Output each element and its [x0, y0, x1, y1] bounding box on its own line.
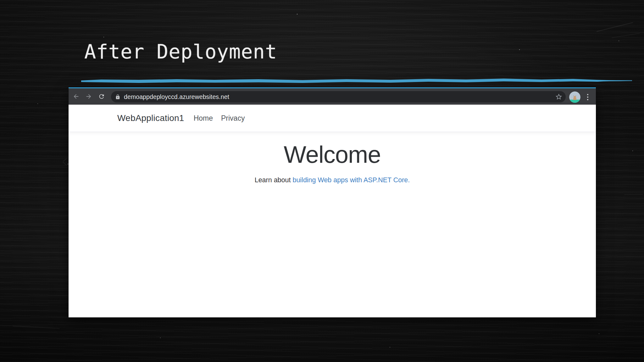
profile-avatar[interactable] [569, 91, 580, 103]
padlock-icon [115, 94, 120, 100]
back-button[interactable] [71, 91, 81, 102]
intro-line: Learn about building Web apps with ASP.N… [69, 176, 596, 184]
aspnet-core-link[interactable]: building Web apps with ASP.NET Core. [292, 176, 410, 184]
three-dot-menu-icon [587, 99, 589, 101]
site-navbar: WebApplication1 Home Privacy [69, 105, 596, 132]
url-text[interactable]: demoappdeployccd.azurewebsites.net [124, 93, 555, 101]
chalk-scratch [624, 194, 643, 195]
slide-title: After Deployment [84, 40, 277, 63]
browser-menu-button[interactable] [585, 92, 591, 102]
browser-toolbar: demoappdeployccd.azurewebsites.net [69, 87, 596, 105]
forward-arrow-icon [85, 93, 92, 100]
star-outline-icon [555, 93, 563, 101]
nav-link-privacy[interactable]: Privacy [221, 114, 245, 123]
avatar-dog-photo-icon [569, 91, 580, 103]
navbar-brand[interactable]: WebApplication1 [117, 113, 184, 123]
forward-button[interactable] [83, 91, 94, 102]
page-content: Welcome Learn about building Web apps wi… [69, 141, 596, 184]
blue-brush-underline [79, 77, 633, 85]
chalk-scratch [612, 33, 640, 38]
chalk-scratch [13, 326, 60, 329]
reload-button[interactable] [96, 91, 107, 102]
three-dot-menu-icon [587, 96, 589, 98]
webpage-viewport: WebApplication1 Home Privacy Welcome Lea… [69, 105, 596, 316]
browser-window: demoappdeployccd.azurewebsites.net [69, 87, 596, 317]
address-bar[interactable]: demoappdeployccd.azurewebsites.net [111, 91, 566, 102]
welcome-heading: Welcome [69, 141, 596, 168]
reload-icon [98, 93, 105, 100]
chalk-scratch [63, 162, 67, 166]
bookmark-button[interactable] [555, 93, 563, 101]
intro-text: Learn about [255, 176, 293, 184]
chalk-scratch [597, 22, 633, 32]
nav-link-home[interactable]: Home [194, 114, 213, 123]
presentation-slide: After Deployment [0, 0, 644, 362]
chalk-scratch [63, 158, 67, 162]
back-arrow-icon [73, 93, 80, 100]
three-dot-menu-icon [587, 94, 589, 96]
